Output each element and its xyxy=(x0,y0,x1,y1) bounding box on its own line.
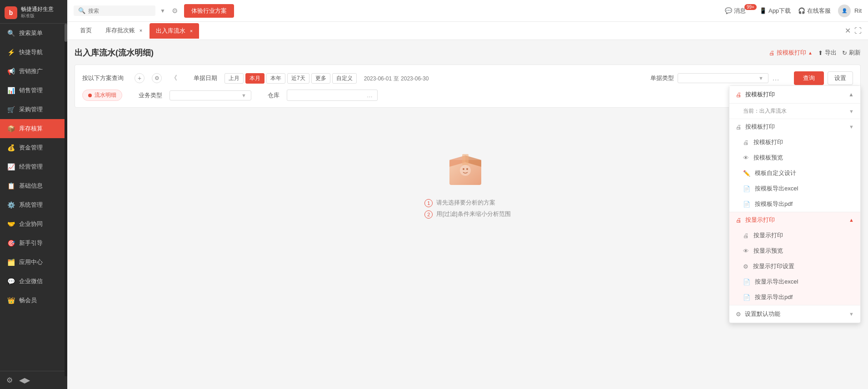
dropdown-header-label: 🖨 按模板打印 xyxy=(736,90,775,99)
settings-btn[interactable]: 设置 xyxy=(828,71,853,85)
sidebar-item-guide[interactable]: 🎯 新手引导 xyxy=(0,234,67,253)
wechat-icon: 💬 xyxy=(6,277,15,286)
sidebar-item-marketing[interactable]: 📢 营销推广 xyxy=(0,62,67,81)
sidebar-item-system[interactable]: ⚙️ 系统管理 xyxy=(0,195,67,214)
tab-home[interactable]: 首页 xyxy=(74,23,98,39)
date-btn-last-month[interactable]: 上月 xyxy=(224,73,244,84)
print-template-label: 按模板打印 xyxy=(777,49,806,57)
collapse-sidebar-icon[interactable]: ◀▶ xyxy=(19,376,30,384)
dropdown-footer[interactable]: ⚙ 设置默认功能 ▼ xyxy=(729,305,860,323)
sidebar-item-label: 销售管理 xyxy=(19,86,43,95)
date-btn-this-month[interactable]: 本月 xyxy=(245,73,264,84)
sidebar-item-basic[interactable]: 📋 基础信息 xyxy=(0,176,67,195)
industry-btn[interactable]: 体验行业方案 xyxy=(184,4,234,18)
sidebar-item-label: 企业协同 xyxy=(19,220,43,228)
print-dropdown-panel: 🖨 按模板打印 ▲ 当前：出入库流水 ▼ 🖨 按模板打印 ▼ xyxy=(729,85,861,323)
topbar-right: 💬 消息 99+ 📱 App下载 🎧 在线客服 👤 Rit xyxy=(725,5,862,17)
sidebar-item-label: 经营管理 xyxy=(19,163,43,171)
tab-batch[interactable]: 库存批次账 × xyxy=(99,23,149,39)
sidebar-item-shortcuts[interactable]: ⚡ 快捷导航 xyxy=(0,43,67,62)
headset-icon: 🎧 xyxy=(798,7,805,14)
messages-btn[interactable]: 💬 消息 99+ xyxy=(725,7,752,15)
basic-icon: 📋 xyxy=(6,181,15,190)
footer-chevron: ▼ xyxy=(849,311,854,317)
app-download-btn[interactable]: 📱 App下载 xyxy=(759,7,791,15)
display-section-header[interactable]: 🖨 按显示打印 ▲ xyxy=(729,212,860,228)
export-pdf-display-item[interactable]: 📄 按显示导出pdf xyxy=(729,289,860,305)
settings-display-item[interactable]: ⚙ 按显示打印设置 xyxy=(729,259,860,274)
topbar: 🔍 ▼ ⚙ 体验行业方案 💬 消息 99+ 📱 App下载 🎧 在线客服 👤 xyxy=(67,0,868,22)
user-profile-btn[interactable]: 👤 Rit xyxy=(838,5,862,17)
search-box[interactable]: 🔍 xyxy=(74,5,155,16)
sidebar-item-operations[interactable]: 📈 经营管理 xyxy=(0,157,67,176)
dropdown-header-chevron[interactable]: ▲ xyxy=(848,91,854,98)
tab-flow-close[interactable]: × xyxy=(190,28,193,34)
active-filter-tag[interactable]: 流水明细 xyxy=(82,90,122,101)
tabs-bar: 首页 库存批次账 × 出入库流水 × ✕ ⛶ xyxy=(67,22,868,40)
sidebar-item-finance[interactable]: 💰 资金管理 xyxy=(0,138,67,157)
warehouse-select[interactable]: … xyxy=(287,90,378,101)
tab-batch-close[interactable]: × xyxy=(140,28,142,33)
date-btn-custom[interactable]: 自定义 xyxy=(332,73,357,84)
search-input[interactable] xyxy=(88,8,143,14)
filter-dot xyxy=(88,94,92,97)
warehouse-ellipsis[interactable]: … xyxy=(367,92,373,99)
template-section-chevron: ▼ xyxy=(849,124,854,130)
step-2-num: 2 xyxy=(424,210,433,219)
date-btn-more[interactable]: 更多 xyxy=(311,73,330,84)
excel-display-icon: 📄 xyxy=(743,279,750,285)
maximize-tab-btn[interactable]: ⛶ xyxy=(854,27,862,35)
sidebar-item-member[interactable]: 👑 畅会员 xyxy=(0,291,67,310)
sidebar-item-apps[interactable]: 🗂️ 应用中心 xyxy=(0,253,67,272)
print-template-item[interactable]: 🖨 按模板打印 xyxy=(729,135,860,150)
design-template-item[interactable]: ✏️ 模板自定义设计 xyxy=(729,165,860,181)
chevron-down-icon: ▼ xyxy=(241,93,246,98)
export-icon: ⬆ xyxy=(818,50,823,56)
sidebar-item-search[interactable]: 🔍 搜索菜单 xyxy=(0,24,67,43)
tab-flow[interactable]: 出入库流水 × xyxy=(150,23,199,39)
export-excel-display-item[interactable]: 📄 按显示导出excel xyxy=(729,274,860,289)
settings-icon[interactable]: ⚙ xyxy=(172,7,178,15)
search-dropdown-icon[interactable]: ▼ xyxy=(160,8,165,14)
online-service-btn[interactable]: 🎧 在线客服 xyxy=(798,7,831,15)
doc-type-ellipsis[interactable]: … xyxy=(772,74,779,82)
biz-type-select[interactable]: ▼ xyxy=(170,90,251,100)
sidebar-item-wechat[interactable]: 💬 企业微信 xyxy=(0,272,67,291)
filter-settings-btn[interactable]: ⚙ xyxy=(152,73,162,83)
refresh-btn[interactable]: ↻ 刷新 xyxy=(842,49,861,57)
current-chevron[interactable]: ▼ xyxy=(849,109,854,114)
settings-bottom-icon[interactable]: ⚙ xyxy=(6,376,13,384)
current-label: 当前：出入库流水 xyxy=(743,107,787,115)
sidebar-item-cooperation[interactable]: 🤝 企业协同 xyxy=(0,214,67,234)
doc-type-select[interactable]: ▼ xyxy=(678,73,768,83)
export-label: 导出 xyxy=(825,49,837,57)
template-section-header[interactable]: 🖨 按模板打印 ▼ xyxy=(729,119,860,135)
system-icon: ⚙️ xyxy=(6,200,15,209)
export-excel-template-item[interactable]: 📄 按模板导出excel xyxy=(729,181,860,196)
export-btn[interactable]: ⬆ 导出 xyxy=(818,49,837,57)
print-display-item[interactable]: 🖨 按显示打印 xyxy=(729,228,860,243)
display-section: 🖨 按显示打印 ▲ 🖨 按显示打印 👁 按显示预览 ⚙ 按显示打印设置 xyxy=(729,212,860,305)
print-item-icon: 🖨 xyxy=(743,139,749,146)
date-btn-this-year[interactable]: 本年 xyxy=(266,73,285,84)
close-tab-btn[interactable]: ✕ xyxy=(845,26,851,35)
export-pdf-display-label: 按显示导出pdf xyxy=(755,293,793,301)
sidebar-item-inventory[interactable]: 📦 库存核算 xyxy=(0,119,67,138)
sidebar-item-sales[interactable]: 📊 销售管理 xyxy=(0,81,67,100)
sidebar-nav: 🔍 搜索菜单 ⚡ 快捷导航 📢 营销推广 📊 销售管理 🛒 采购管理 📦 库存核… xyxy=(0,24,67,371)
display-section-icon: 🖨 xyxy=(736,217,742,224)
query-btn[interactable]: 查询 xyxy=(794,71,824,85)
type-label: 单据类型 xyxy=(650,74,674,82)
preview-template-item[interactable]: 👁 按模板预览 xyxy=(729,150,860,165)
dropdown-current-selection: 当前：出入库流水 ▼ xyxy=(729,104,860,119)
sidebar-item-label: 库存核算 xyxy=(19,125,43,133)
scroll-thumb[interactable] xyxy=(65,24,67,42)
excel-item-icon: 📄 xyxy=(743,185,750,192)
filter-collapse-btn[interactable]: 《 xyxy=(171,74,177,82)
sidebar-item-purchase[interactable]: 🛒 采购管理 xyxy=(0,100,67,119)
print-template-btn[interactable]: 🖨 按模板打印 ▲ xyxy=(769,49,813,57)
filter-add-btn[interactable]: + xyxy=(135,73,145,83)
date-btn-7days[interactable]: 近7天 xyxy=(287,73,309,84)
preview-display-item[interactable]: 👁 按显示预览 xyxy=(729,243,860,259)
export-pdf-template-item[interactable]: 📄 按模板导出pdf xyxy=(729,196,860,212)
